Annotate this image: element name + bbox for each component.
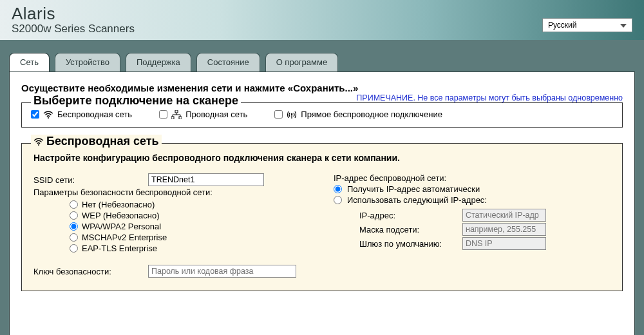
svg-point-10 bbox=[38, 144, 39, 146]
tab-support[interactable]: Поддержка bbox=[126, 53, 191, 72]
language-selected: Русский bbox=[548, 21, 577, 30]
conn-wired-option[interactable]: Проводная сеть bbox=[159, 110, 247, 119]
conn-wired-checkbox[interactable] bbox=[159, 110, 167, 119]
wireless-sub-instruction: Настройте конфигурацию беспроводного под… bbox=[33, 153, 611, 163]
sec-radio-none[interactable] bbox=[70, 200, 78, 209]
language-select[interactable]: Русский bbox=[542, 18, 632, 32]
tab-status[interactable]: Состояние bbox=[196, 53, 260, 72]
gateway-label: Шлюз по умолчанию: bbox=[359, 239, 456, 249]
sec-radio-eaptls[interactable] bbox=[70, 244, 78, 253]
security-params-label: Параметры безопасности беспроводной сети… bbox=[33, 187, 213, 197]
antenna-icon bbox=[287, 110, 297, 119]
security-options: Нет (Небезопасно) WEP (Небезопасно) WPA/… bbox=[70, 200, 310, 253]
sec-opt-none[interactable]: Нет (Небезопасно) bbox=[70, 200, 310, 209]
brand-line-1: Alaris bbox=[12, 4, 632, 24]
wireless-fieldset: Беспроводная сеть Настройте конфигурацию… bbox=[21, 143, 623, 291]
app-header: Alaris S2000w Series Scanners Русский bbox=[0, 0, 644, 40]
sec-radio-wep[interactable] bbox=[70, 211, 78, 220]
subnet-mask-input[interactable] bbox=[462, 223, 546, 236]
wireless-legend-text: Беспроводная сеть bbox=[46, 135, 159, 148]
brand-line-2: S2000w Series Scanners bbox=[12, 23, 632, 35]
svg-point-0 bbox=[48, 117, 49, 119]
static-ip-fields: IP-адрес: Маска подсети: Шлюз по умолчан… bbox=[359, 209, 611, 250]
security-key-label: Ключ безопасности: bbox=[33, 267, 143, 276]
ip-header-label: IP-адрес беспроводной сети: bbox=[334, 173, 446, 183]
connection-legend: Выберите подключение на сканере bbox=[31, 94, 241, 108]
sec-opt-wep[interactable]: WEP (Небезопасно) bbox=[70, 211, 310, 220]
chevron-down-icon bbox=[620, 21, 627, 30]
sec-opt-eaptls[interactable]: EAP-TLS Enterprise bbox=[70, 244, 310, 253]
sec-radio-wpa[interactable] bbox=[70, 222, 78, 231]
wifi-icon bbox=[43, 111, 53, 119]
conn-wireless-option[interactable]: Беспроводная сеть bbox=[31, 110, 132, 119]
conn-direct-checkbox[interactable] bbox=[274, 110, 283, 119]
ip-radio-static[interactable] bbox=[334, 196, 342, 204]
wireless-left-col: SSID сети: Параметры безопасности беспро… bbox=[33, 172, 310, 279]
ip-mode-auto[interactable]: Получить IP-адрес автоматически bbox=[334, 184, 611, 194]
conn-wireless-label: Беспроводная сеть bbox=[57, 110, 132, 119]
page-instruction: Осуществите необходимые изменения сети и… bbox=[21, 82, 625, 93]
sec-opt-mschap[interactable]: MSCHAPv2 Enterprise bbox=[70, 233, 310, 242]
svg-rect-7 bbox=[179, 117, 182, 119]
ip-radio-auto[interactable] bbox=[334, 185, 342, 193]
subnet-mask-label: Маска подсети: bbox=[359, 225, 456, 235]
ip-mode-static[interactable]: Использовать следующий IP-адрес: bbox=[334, 195, 611, 205]
connection-fieldset: Выберите подключение на сканере Беспрово… bbox=[21, 102, 623, 128]
ssid-input[interactable] bbox=[148, 173, 264, 186]
tab-network[interactable]: Сеть bbox=[9, 53, 50, 72]
tab-bar: Сеть Устройство Поддержка Состояние О пр… bbox=[0, 40, 644, 72]
gateway-input[interactable] bbox=[462, 237, 546, 250]
svg-rect-6 bbox=[171, 117, 174, 119]
tab-about[interactable]: О программе bbox=[265, 53, 339, 72]
wireless-legend: Беспроводная сеть bbox=[31, 135, 162, 148]
conn-wireless-checkbox[interactable] bbox=[31, 110, 39, 119]
conn-direct-option[interactable]: Прямое беспроводное подключение bbox=[274, 110, 442, 119]
sec-radio-mschap[interactable] bbox=[70, 233, 78, 242]
conn-direct-label: Прямое беспроводное подключение bbox=[301, 110, 442, 119]
svg-point-8 bbox=[291, 113, 293, 115]
ethernet-icon bbox=[171, 110, 182, 119]
sec-opt-wpa[interactable]: WPA/WPA2 Personal bbox=[70, 222, 310, 231]
ip-addr-input[interactable] bbox=[462, 209, 546, 222]
conn-wired-label: Проводная сеть bbox=[185, 110, 247, 119]
main-panel: Осуществите необходимые изменения сети и… bbox=[9, 72, 635, 335]
ip-addr-label: IP-адрес: bbox=[359, 211, 456, 220]
wireless-right-col: IP-адрес беспроводной сети: Получить IP-… bbox=[334, 172, 611, 279]
wifi-icon bbox=[33, 138, 44, 146]
security-key-input[interactable] bbox=[148, 265, 296, 278]
svg-rect-1 bbox=[175, 110, 178, 113]
tab-device[interactable]: Устройство bbox=[55, 53, 120, 72]
ssid-label: SSID сети: bbox=[33, 175, 143, 185]
